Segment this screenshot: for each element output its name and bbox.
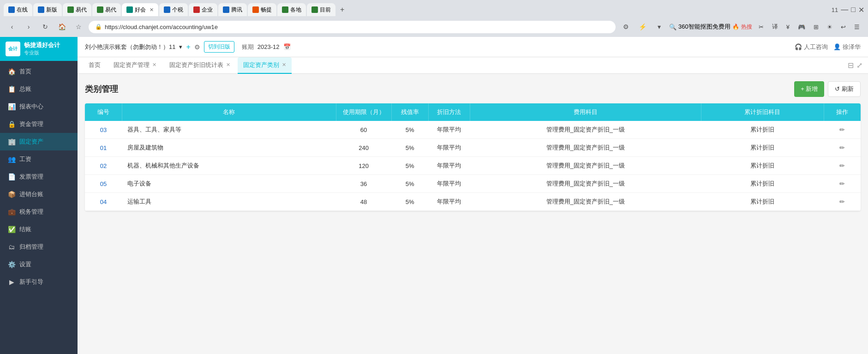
back-button[interactable]: ‹ [6,20,18,33]
cell-action: ✏ [824,175,861,193]
sidebar-item-payroll[interactable]: 👥 工资 [0,150,78,168]
tax-icon: 💼 [7,208,16,216]
calendar-icon[interactable]: 📅 [283,43,291,50]
edit-icon[interactable]: ✏ [839,180,845,187]
tab-close-icon[interactable]: ✕ [150,7,154,13]
sidebar-item-general-ledger[interactable]: 📋 总账 [0,80,78,98]
sidebar-item-sales-ledger[interactable]: 📦 进销台账 [0,186,78,203]
dropdown-button[interactable]: ▾ [652,20,665,33]
sidebar-item-tax[interactable]: 💼 税务管理 [0,203,78,221]
browser-tab-new[interactable]: 新版 [33,3,62,16]
period-label: 账期 [242,43,254,51]
cell-depreciation: 累计折旧 [701,175,824,193]
reload-button[interactable]: ↻ [39,20,52,33]
sidebar-item-label: 首页 [19,67,31,76]
browser-tab-tax[interactable]: 个税 [159,3,188,16]
game-icon[interactable]: 🎮 [795,22,808,32]
tab-icon [8,6,15,13]
new-tab-button[interactable]: + [336,4,348,16]
tab-icon [67,6,74,13]
tab-fixed-asset-mgmt[interactable]: 固定资产管理 ✕ [108,57,162,74]
scissors-icon[interactable]: ✂ [756,22,766,32]
undo-icon[interactable]: ↩ [838,22,849,32]
sidebar-item-invoice[interactable]: 📄 发票管理 [0,168,78,186]
page-title: 类别管理 [85,84,118,95]
refresh-button[interactable]: ↺ 刷新 [828,81,861,97]
bookmark-button[interactable]: ☆ [72,20,85,33]
tab-icon [282,6,288,13]
sidebar-item-fixed-assets[interactable]: 🏢 固定资产 [0,133,78,150]
cell-period: 48 [336,193,391,211]
add-account-button[interactable]: + [186,43,190,51]
top-bar-left: 刘小艳演示账套（勿删勿动！）11 ▾ + ⚙ 切到旧版 账期 2023-12 📅 [85,41,291,53]
browser-tab-changte[interactable]: 畅提 [248,3,276,16]
edit-icon[interactable]: ✏ [839,198,845,205]
cell-period: 60 [336,121,391,139]
user-button[interactable]: 👤 徐泽华 [833,43,861,51]
cell-expense: 管理费用_固定资产折旧_一级 [470,139,701,157]
grid-icon[interactable]: ⊞ [811,22,821,32]
cell-action: ✏ [824,193,861,211]
settings-icon: ⚙️ [7,260,16,269]
browser-tab-yidai2[interactable]: 易代 [92,3,121,16]
browser-tab-haohui[interactable]: 好会 ✕ [122,3,158,16]
logo-icon: 会计 [6,42,20,56]
edit-icon[interactable]: ✏ [839,144,845,151]
extensions-button[interactable]: ⚙ [619,20,632,33]
tab-close-icon[interactable]: ✕ [226,62,230,68]
browser-tab-gedi[interactable]: 各地 [277,3,306,16]
edit-icon[interactable]: ✏ [839,126,845,133]
col-header-id: 编号 [85,103,122,121]
cell-expense: 管理费用_固定资产折旧_一级 [470,175,701,193]
sidebar-item-label: 新手引导 [19,278,43,286]
sidebar-item-reports[interactable]: 📊 报表中心 [0,98,78,115]
tab-label: 好会 [135,6,146,14]
archive-icon: 🗂 [7,243,16,251]
payroll-icon: 👥 [7,155,16,163]
browser-tab-tencent[interactable]: 腾讯 [218,3,247,16]
tab-close-icon[interactable]: ✕ [282,62,286,68]
tab-depreciation-table[interactable]: 固定资产折旧统计表 ✕ [164,57,236,74]
maximize-button[interactable]: □ [851,6,856,14]
dropdown-icon[interactable]: ▾ [179,43,182,50]
home-icon: 🏠 [7,67,16,76]
menu-icon[interactable]: ☰ [851,22,862,32]
add-button[interactable]: + 新增 [794,81,824,97]
settings-icon[interactable]: ⚙ [194,43,200,51]
minimize-button[interactable]: — [841,6,848,14]
sidebar-item-label: 工资 [19,155,31,163]
tab-label: 目前 [320,6,331,14]
sidebar-item-settlement[interactable]: ✅ 结账 [0,221,78,238]
translate-icon[interactable]: 译 [769,21,781,33]
tab-label: 畅提 [261,6,272,14]
user-label: 徐泽华 [843,43,861,51]
switch-old-button[interactable]: 切到旧版 [204,41,234,53]
support-button[interactable]: 🎧 人工咨询 [795,43,828,51]
lightning-button[interactable]: ⚡ [636,20,649,33]
tab-icon [97,6,103,13]
sidebar-item-home[interactable]: 🏠 首页 [0,63,78,80]
home-button[interactable]: 🏠 [55,20,68,33]
coin-icon[interactable]: ¥ [784,22,792,32]
address-bar-input[interactable]: 🔒 https://cloud.chanjet.com/accounting/u… [89,21,616,33]
browser-tab-online[interactable]: 在线 [4,3,32,16]
tab-close-icon[interactable]: ✕ [152,62,156,68]
browser-tab-enterprise[interactable]: 企业 [189,3,217,16]
tab-asset-category[interactable]: 固定资产类别 ✕ [238,57,292,74]
window-restore-icon[interactable]: ⊟ [848,61,854,70]
edit-icon[interactable]: ✏ [839,162,845,169]
window-close-button[interactable]: ✕ [858,6,864,14]
window-expand-icon[interactable]: ⤢ [856,61,862,70]
browser-tab-yidai1[interactable]: 易代 [63,3,91,16]
cell-expense: 管理费用_固定资产折旧_一级 [470,121,701,139]
sidebar-item-fund-management[interactable]: 🔒 资金管理 [0,115,78,133]
tab-icon [223,6,229,13]
tab-home[interactable]: 首页 [83,57,106,74]
sidebar-item-tutorial[interactable]: ▶ 新手引导 [0,273,78,291]
sidebar-item-settings[interactable]: ⚙️ 设置 [0,256,78,273]
browser-tab-muqian[interactable]: 目前 [307,3,335,16]
forward-button[interactable]: › [22,20,35,33]
table-row: 04 运输工具 48 5% 年限平均 管理费用_固定资产折旧_一级 累计折旧 ✏ [85,193,861,211]
brightness-icon[interactable]: ☀ [824,22,835,32]
sidebar-item-archive[interactable]: 🗂 归档管理 [0,238,78,256]
